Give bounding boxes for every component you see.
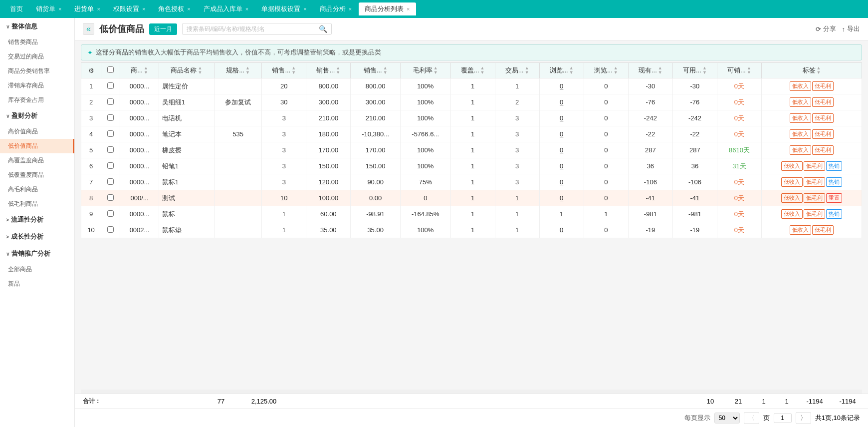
view-link[interactable]: 1 bbox=[560, 210, 563, 218]
view-link[interactable]: 0 bbox=[560, 114, 563, 122]
view-link[interactable]: 0 bbox=[560, 162, 563, 170]
view-link[interactable]: 0 bbox=[560, 194, 563, 202]
sidebar-item-商品分类销售率[interactable]: 商品分类销售率 bbox=[0, 64, 74, 78]
sort-icon[interactable]: ▲▼ bbox=[198, 66, 202, 75]
cell-checkbox[interactable] bbox=[101, 110, 120, 126]
sidebar-item-全部商品[interactable]: 全部商品 bbox=[0, 262, 74, 277]
sidebar-group-成长性分析[interactable]: >成长性分析 bbox=[0, 228, 74, 245]
row-checkbox[interactable] bbox=[107, 82, 114, 89]
sort-icon[interactable]: ▲▼ bbox=[747, 66, 751, 75]
sidebar-item-高价值商品[interactable]: 高价值商品 bbox=[0, 124, 74, 139]
per-page-select[interactable]: 50 100 200 bbox=[714, 413, 740, 424]
sort-icon[interactable]: ▲▼ bbox=[614, 66, 618, 75]
cell-view1[interactable]: 0 bbox=[539, 142, 584, 158]
gear-icon[interactable]: ⚙ bbox=[88, 67, 94, 74]
nav-item-角色授权[interactable]: 角色授权 × bbox=[152, 2, 196, 15]
view-link[interactable]: 0 bbox=[560, 82, 563, 90]
next-page-btn[interactable]: 〉 bbox=[796, 412, 811, 424]
search-icon[interactable]: 🔍 bbox=[319, 25, 327, 33]
cell-view1[interactable]: 0 bbox=[539, 222, 584, 238]
sort-icon[interactable]: ▲▼ bbox=[480, 66, 485, 75]
select-all-checkbox[interactable] bbox=[107, 66, 114, 73]
cell-view1[interactable]: 1 bbox=[539, 206, 584, 222]
cell-checkbox[interactable] bbox=[101, 142, 120, 158]
cell-view1[interactable]: 0 bbox=[539, 174, 584, 190]
row-checkbox[interactable] bbox=[107, 130, 114, 137]
cell-checkbox[interactable] bbox=[101, 174, 120, 190]
row-checkbox[interactable] bbox=[107, 210, 114, 217]
nav-item-权限设置[interactable]: 权限设置 × bbox=[107, 2, 151, 15]
sort-icon[interactable]: ▲▼ bbox=[569, 66, 574, 75]
nav-close-icon[interactable]: × bbox=[97, 6, 100, 12]
nav-close-icon[interactable]: × bbox=[142, 6, 145, 12]
sort-icon[interactable]: ▲▼ bbox=[817, 66, 821, 75]
cell-view1[interactable]: 0 bbox=[539, 94, 584, 110]
view-link[interactable]: 0 bbox=[560, 226, 563, 234]
view-link[interactable]: 0 bbox=[560, 98, 563, 106]
row-checkbox[interactable] bbox=[107, 226, 114, 233]
sort-icon[interactable]: ▲▼ bbox=[702, 66, 707, 75]
scrollbar[interactable] bbox=[81, 390, 862, 394]
sidebar-item-高覆盖度商品[interactable]: 高覆盖度商品 bbox=[0, 153, 74, 168]
nav-close-icon[interactable]: × bbox=[245, 6, 248, 12]
view-link[interactable]: 0 bbox=[560, 178, 563, 186]
sidebar-group-整体信息[interactable]: ∨整体信息 bbox=[0, 18, 74, 35]
share-btn[interactable]: ⟳ 分享 bbox=[816, 24, 836, 33]
page-number-input[interactable] bbox=[774, 413, 792, 423]
sidebar-item-交易过的商品[interactable]: 交易过的商品 bbox=[0, 49, 74, 64]
row-checkbox[interactable] bbox=[107, 178, 114, 185]
cell-checkbox[interactable] bbox=[101, 94, 120, 110]
row-checkbox[interactable] bbox=[107, 162, 114, 169]
row-checkbox[interactable] bbox=[107, 98, 114, 105]
sort-icon[interactable]: ▲▼ bbox=[245, 66, 250, 75]
cell-view1[interactable]: 0 bbox=[539, 78, 584, 94]
sidebar-item-低毛利商品[interactable]: 低毛利商品 bbox=[0, 197, 74, 211]
first-page-btn[interactable]: 〈 bbox=[744, 412, 759, 424]
row-checkbox[interactable] bbox=[107, 146, 114, 153]
export-btn[interactable]: ↑ 导出 bbox=[842, 24, 861, 33]
view-link[interactable]: 0 bbox=[560, 130, 563, 138]
sort-icon[interactable]: ▲▼ bbox=[336, 66, 340, 75]
sidebar-item-库存资金占用[interactable]: 库存资金占用 bbox=[0, 93, 74, 107]
collapse-sidebar-btn[interactable]: « bbox=[83, 23, 94, 35]
sidebar-item-高毛利商品[interactable]: 高毛利商品 bbox=[0, 182, 74, 197]
search-input[interactable] bbox=[187, 25, 319, 32]
sidebar-item-新品[interactable]: 新品 bbox=[0, 277, 74, 291]
sidebar-item-低价值商品[interactable]: 低价值商品 bbox=[0, 139, 74, 153]
sort-icon[interactable]: ▲▼ bbox=[525, 66, 529, 75]
cell-view1[interactable]: 0 bbox=[539, 110, 584, 126]
period-btn[interactable]: 近一月 bbox=[149, 23, 177, 35]
cell-checkbox[interactable] bbox=[101, 190, 120, 206]
sort-icon[interactable]: ▲▼ bbox=[434, 66, 438, 75]
cell-checkbox[interactable] bbox=[101, 158, 120, 174]
sidebar-item-低覆盖度商品[interactable]: 低覆盖度商品 bbox=[0, 168, 74, 182]
cell-checkbox[interactable] bbox=[101, 222, 120, 238]
nav-close-icon[interactable]: × bbox=[407, 6, 410, 12]
row-checkbox[interactable] bbox=[107, 114, 114, 121]
sort-icon[interactable]: ▲▼ bbox=[658, 66, 662, 75]
cell-checkbox[interactable] bbox=[101, 78, 120, 94]
sidebar-group-盈财分析[interactable]: ∨盈财分析 bbox=[0, 107, 74, 124]
row-checkbox[interactable] bbox=[107, 194, 114, 201]
sort-icon[interactable]: ▲▼ bbox=[144, 66, 148, 75]
cell-checkbox[interactable] bbox=[101, 126, 120, 142]
sidebar-item-销售类商品[interactable]: 销售类商品 bbox=[0, 35, 74, 49]
cell-checkbox[interactable] bbox=[101, 206, 120, 222]
cell-view1[interactable]: 0 bbox=[539, 158, 584, 174]
nav-item-产成品入库单[interactable]: 产成品入库单 × bbox=[198, 2, 254, 15]
nav-close-icon[interactable]: × bbox=[303, 6, 306, 12]
sort-icon[interactable]: ▲▼ bbox=[383, 66, 388, 75]
nav-item-进货单[interactable]: 进货单 × bbox=[68, 2, 106, 15]
nav-close-icon[interactable]: × bbox=[349, 6, 352, 12]
sort-icon[interactable]: ▲▼ bbox=[291, 66, 296, 75]
nav-item-单据模板设置[interactable]: 单据模板设置 × bbox=[255, 2, 312, 15]
view-link[interactable]: 0 bbox=[560, 146, 563, 154]
nav-item-商品分析列表[interactable]: 商品分析列表 × bbox=[359, 2, 416, 15]
nav-item-销货单[interactable]: 销货单 × bbox=[30, 2, 67, 15]
nav-close-icon[interactable]: × bbox=[58, 6, 61, 12]
sidebar-item-滞销库存商品[interactable]: 滞销库存商品 bbox=[0, 78, 74, 93]
cell-view1[interactable]: 0 bbox=[539, 126, 584, 142]
cell-view1[interactable]: 0 bbox=[539, 190, 584, 206]
sidebar-group-流通性分析[interactable]: >流通性分析 bbox=[0, 211, 74, 228]
nav-item-商品分析[interactable]: 商品分析 × bbox=[314, 2, 358, 15]
